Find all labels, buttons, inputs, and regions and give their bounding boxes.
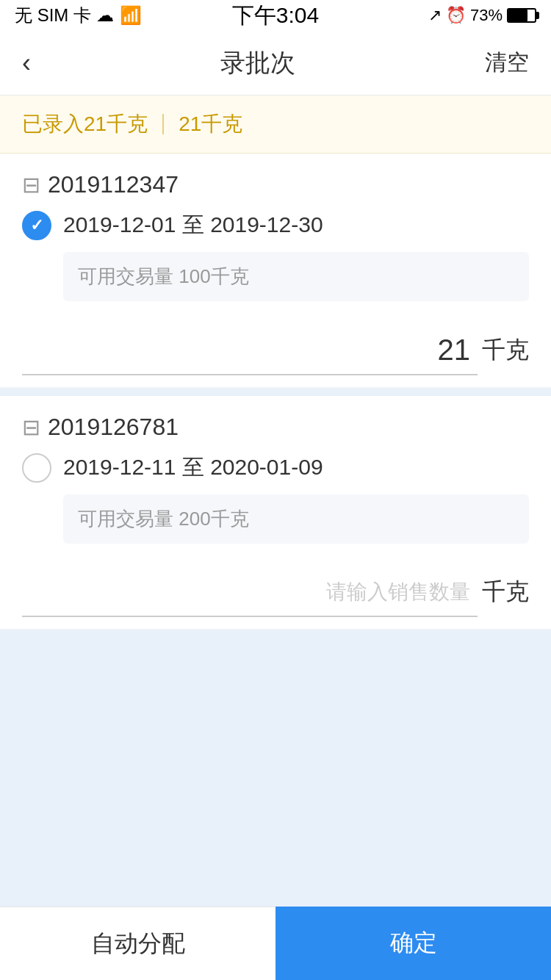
wifi-icon: 📶 [120,5,142,26]
batch2-input-placeholder[interactable]: 请输入销售数量 [326,578,470,606]
batch2-input-row[interactable]: 请输入销售数量 千克 [0,561,551,616]
batch1-unit: 千克 [482,334,529,367]
batch1-quantity-value: 21 [438,334,471,367]
batch1-available: 可用交易量 100千克 [63,252,529,301]
batch1-icon: ⊟ [22,172,40,198]
batch1-radio[interactable] [22,211,51,240]
batch2-date-row[interactable]: 2019-12-11 至 2020-01-09 [22,453,529,483]
batch2-radio[interactable] [22,453,51,483]
back-button[interactable]: ‹ [22,48,31,79]
status-left: 无 SIM 卡 ☁ 📶 [15,4,142,27]
summary-bar: 已录入21千克 21千克 [0,96,551,154]
signal-text: 无 SIM 卡 ☁ [15,4,114,27]
battery-icon [507,8,536,23]
page-title: 录批次 [220,46,295,80]
batch2-header: ⊟ 2019126781 [22,414,529,441]
alarm-icon: ⏰ [446,6,466,25]
batch1-id: 2019112347 [48,171,179,198]
separator1 [0,389,551,396]
batch1-quantity-row: 21 千克 [0,319,551,374]
batch1-date-row[interactable]: 2019-12-01 至 2019-12-30 [22,210,529,240]
batch1-header: ⊟ 2019112347 [22,171,529,198]
summary-value: 21千克 [179,110,242,138]
batch1-date: 2019-12-01 至 2019-12-30 [63,210,323,240]
status-right: ↗ ⏰ 73% [428,6,536,25]
batch2-available: 可用交易量 200千克 [63,494,529,544]
location-icon: ↗ [428,6,442,25]
summary-divider [162,114,164,134]
status-time: 下午3:04 [232,1,319,31]
keyboard-area [0,630,551,939]
batch2-date: 2019-12-11 至 2020-01-09 [63,453,323,483]
auto-distribute-button[interactable]: 自动分配 [0,907,276,980]
batch2-card: ⊟ 2019126781 2019-12-11 至 2020-01-09 可用交… [0,396,551,629]
summary-label: 已录入21千克 [22,110,148,138]
nav-bar: ‹ 录批次 清空 [0,31,551,96]
batch1-card: ⊟ 2019112347 2019-12-01 至 2019-12-30 可用交… [0,154,551,387]
battery-percent: 73% [470,6,503,25]
clear-button[interactable]: 清空 [485,48,529,78]
bottom-bar: 自动分配 确定 [0,907,551,980]
confirm-button[interactable]: 确定 [276,907,551,980]
batch2-icon: ⊟ [22,414,40,440]
status-bar: 无 SIM 卡 ☁ 📶 下午3:04 ↗ ⏰ 73% [0,0,551,31]
batch2-id: 2019126781 [48,414,179,441]
batch2-unit: 千克 [482,576,529,608]
